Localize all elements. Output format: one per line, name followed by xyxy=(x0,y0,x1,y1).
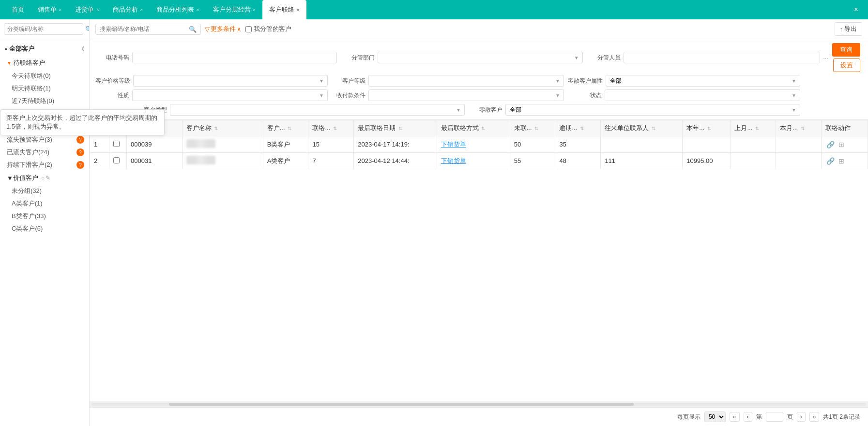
col-this-month: 本月... ⇅ xyxy=(776,120,822,136)
col-overdue: 逾期... ⇅ xyxy=(555,120,601,136)
retail-select[interactable]: 全部 xyxy=(606,75,800,87)
window-close-button[interactable]: × xyxy=(849,5,863,14)
scroll-thumb[interactable] xyxy=(169,403,634,406)
status-select[interactable] xyxy=(605,89,800,101)
level-sort-icon[interactable]: ⇅ xyxy=(288,126,291,131)
contacts-sort-icon[interactable]: ⇅ xyxy=(652,126,655,131)
sidebar-item-7days[interactable]: 近7天待联络(0) xyxy=(0,95,89,107)
row1-last-method-link[interactable]: 下销货单 xyxy=(441,141,466,148)
row1-more-icon[interactable]: ⊞ xyxy=(838,141,844,148)
sidebar-item-class-a[interactable]: A类客户(1) xyxy=(0,197,89,210)
unread-sort-icon[interactable]: ⇅ xyxy=(534,126,538,131)
nav-home[interactable]: 首页 xyxy=(5,0,31,19)
filter-search-input[interactable] xyxy=(100,26,187,32)
last-page-button[interactable]: » xyxy=(809,412,820,422)
main-layout: 🔍 ▪ 全部客户 《 ▼ 待联络客户 今天待联络(0) xyxy=(0,19,868,426)
row2-last-method[interactable]: 下销货单 xyxy=(437,153,510,169)
sidebar-group-pending-title[interactable]: ▼ 待联络客户 xyxy=(0,56,89,70)
sidebar-collapse-icon[interactable]: 《 xyxy=(79,45,84,53)
row1-checkbox[interactable] xyxy=(109,136,127,153)
declining-help-icon[interactable]: ? xyxy=(76,161,84,169)
nav-product-list[interactable]: 商品分析列表 × xyxy=(150,0,206,19)
this-year-sort-icon[interactable]: ⇅ xyxy=(707,126,711,131)
nav-sales[interactable]: 销售单 × xyxy=(31,0,68,19)
person-input[interactable] xyxy=(624,52,820,63)
row1-link-icon[interactable]: 🔗 xyxy=(826,141,835,148)
price-grade-select[interactable] xyxy=(133,75,328,87)
sidebar-item-today[interactable]: 今天待联络(0) xyxy=(0,70,89,82)
row1-name xyxy=(182,136,263,153)
nav-purchase[interactable]: 进货单 × xyxy=(68,0,106,19)
table-row: 1 000039 B类客户 15 2023-04-17 14:19: 下销货单 … xyxy=(90,136,868,153)
type-select[interactable] xyxy=(170,104,465,116)
sidebar-item-churned[interactable]: 已流失客户(24) ? xyxy=(0,146,89,159)
page-label: 第 xyxy=(756,413,762,421)
row2-select-checkbox[interactable] xyxy=(113,157,120,163)
filter-cell-gender: 性质 ▼ xyxy=(95,89,328,101)
sidebar-search-icon[interactable]: 🔍 xyxy=(85,26,90,33)
payment-select[interactable] xyxy=(368,89,564,101)
row2-last-method-link[interactable]: 下销货单 xyxy=(441,157,466,164)
gender-select[interactable] xyxy=(132,89,328,101)
sidebar-group-value-title[interactable]: ▼ 价值客户 ○ ✎ xyxy=(0,171,89,185)
settings-button[interactable]: 设置 xyxy=(833,59,860,72)
nav-customer-tier[interactable]: 客户分层经营 × xyxy=(206,0,262,19)
sidebar-search-input[interactable] xyxy=(4,23,83,35)
nav-purchase-close[interactable]: × xyxy=(96,7,99,13)
value-group-circle-icon[interactable]: ○ xyxy=(41,175,45,181)
sidebar-item-class-b[interactable]: B类客户(33) xyxy=(0,210,89,222)
my-customer-checkbox[interactable] xyxy=(245,26,252,32)
row2-link-icon[interactable]: 🔗 xyxy=(826,157,835,165)
sidebar-item-tomorrow[interactable]: 明天待联络(1) xyxy=(0,82,89,95)
this-month-sort-icon[interactable]: ⇅ xyxy=(801,126,805,131)
next-page-button[interactable]: › xyxy=(797,412,806,422)
payment-label: 收付款条件 xyxy=(332,91,365,100)
top-navigation: 首页 销售单 × 进货单 × 商品分析 × 商品分析列表 × 客户分层经营 × … xyxy=(0,0,868,19)
row1-last-method[interactable]: 下销货单 xyxy=(437,136,510,153)
nav-customer-contact[interactable]: 客户联络 × xyxy=(262,0,306,19)
sidebar-all-customers-header[interactable]: ▪ 全部客户 《 xyxy=(0,42,89,56)
churned-help-icon[interactable]: ? xyxy=(76,148,84,156)
row1-action: 🔗 ⊞ xyxy=(821,136,868,153)
query-button[interactable]: 查询 xyxy=(832,43,860,57)
table-row: 2 000031 A类客户 7 2023-04-12 14:44: 下销货单 5… xyxy=(90,153,868,169)
nav-product-analysis-close[interactable]: × xyxy=(140,7,143,13)
row2-level: A类客户 xyxy=(263,153,308,169)
my-customer-checkbox-area[interactable]: 我分管的客户 xyxy=(245,25,291,33)
horizontal-scrollbar[interactable] xyxy=(90,401,868,407)
customer-table: ⚙ 客户编码 ⇅ 客户名称 ⇅ xyxy=(90,120,868,169)
row2-checkbox[interactable] xyxy=(109,153,127,169)
more-conditions-button[interactable]: ▽ 更多条件 ∧ xyxy=(205,25,242,33)
last-month-sort-icon[interactable]: ⇅ xyxy=(755,126,759,131)
overdue-sort-icon[interactable]: ⇅ xyxy=(580,126,584,131)
row2-more-icon[interactable]: ⊞ xyxy=(838,157,844,165)
churn-warning-help-icon[interactable]: ? xyxy=(76,136,84,144)
contact-sort-icon[interactable]: ⇅ xyxy=(333,126,337,131)
first-page-button[interactable]: « xyxy=(730,412,740,422)
nav-customer-tier-close[interactable]: × xyxy=(253,7,256,13)
prev-page-button[interactable]: ‹ xyxy=(744,412,752,422)
name-sort-icon[interactable]: ⇅ xyxy=(214,126,218,131)
per-page-select[interactable]: 50 xyxy=(704,411,726,422)
nav-product-list-close[interactable]: × xyxy=(196,7,199,13)
sidebar-item-class-c[interactable]: C类客户(6) xyxy=(0,222,89,235)
dept-select[interactable] xyxy=(378,52,582,63)
scroll-track[interactable] xyxy=(91,403,866,406)
last-date-sort-icon[interactable]: ⇅ xyxy=(398,126,402,131)
sidebar-item-ungrouped[interactable]: 未分组(32) xyxy=(0,185,89,197)
level-select[interactable] xyxy=(368,75,564,87)
page-input[interactable]: 1 xyxy=(766,412,783,422)
filter-search-icon[interactable]: 🔍 xyxy=(189,26,197,33)
nav-sales-close[interactable]: × xyxy=(59,7,61,13)
chevron-down-icon: ∧ xyxy=(237,26,242,33)
nav-customer-contact-close[interactable]: × xyxy=(296,7,299,13)
value-group-edit-icon[interactable]: ✎ xyxy=(46,175,50,181)
nav-product-analysis[interactable]: 商品分析 × xyxy=(106,0,150,19)
person-dots[interactable]: ··· xyxy=(823,54,828,61)
export-button[interactable]: ↑ 导出 xyxy=(835,22,863,36)
phone-input[interactable] xyxy=(132,52,337,63)
retail2-select[interactable]: 全部 xyxy=(505,104,800,116)
row1-select-checkbox[interactable] xyxy=(113,141,120,147)
sidebar-item-declining[interactable]: 持续下滑客户(2) ? xyxy=(0,159,89,171)
last-method-sort-icon[interactable]: ⇅ xyxy=(481,126,485,131)
